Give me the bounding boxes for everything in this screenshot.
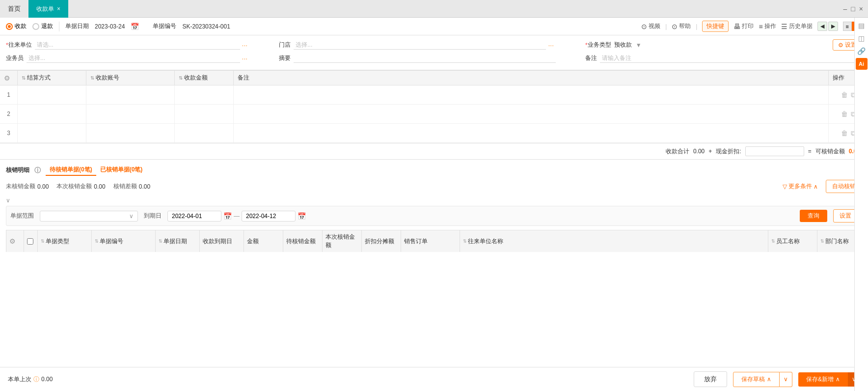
- more-conditions-label: 更多条件: [788, 182, 812, 191]
- tab-bar: 首页 收款单 × – □ ×: [0, 0, 868, 18]
- vth-doc-num: ⇅ 单据编号: [92, 230, 156, 252]
- sort-employee: ⇅: [771, 239, 775, 244]
- save-new-group: 保存&新增 ∧ ∨: [798, 372, 860, 387]
- operation-button[interactable]: ≡ 操作: [759, 22, 776, 30]
- pending-tab[interactable]: 待核销单据(0笔): [46, 165, 96, 176]
- help-button[interactable]: ⊙ 帮助: [672, 22, 691, 30]
- calendar-from-icon[interactable]: 📅: [223, 212, 232, 220]
- this-doc-label: 本单上次: [8, 375, 31, 384]
- sidebar-icon-ai[interactable]: Ai: [856, 58, 868, 70]
- row-2-settlement[interactable]: [18, 105, 86, 123]
- row-3-delete-icon[interactable]: 🗑: [841, 129, 848, 137]
- calendar-to-icon[interactable]: 📅: [298, 212, 306, 220]
- row-3-settlement[interactable]: [18, 124, 86, 142]
- row-2-note[interactable]: [234, 105, 829, 123]
- print-button[interactable]: 🖶 打印: [733, 22, 754, 30]
- radio-receipt-dot: [6, 23, 13, 30]
- row-1-delete-icon[interactable]: 🗑: [841, 91, 848, 99]
- radio-receipt-label: 收款: [15, 22, 27, 30]
- row-1-settlement[interactable]: [18, 85, 86, 104]
- salesperson-more-icon[interactable]: ···: [240, 55, 250, 62]
- unverified-label: 未核销金额: [6, 182, 35, 191]
- more-conditions-button[interactable]: ▽ 更多条件 ∧: [783, 182, 818, 191]
- row-3-note[interactable]: [234, 124, 829, 142]
- help-icon: ⊙: [672, 23, 678, 30]
- video-button[interactable]: ⊙ 视频: [641, 22, 660, 30]
- discount-input[interactable]: [745, 146, 804, 156]
- due-date-to-input[interactable]: [242, 211, 296, 222]
- save-new-button[interactable]: 保存&新增 ∧: [798, 372, 848, 387]
- history-button[interactable]: ☰ 历史单据: [781, 22, 813, 30]
- sort-doc-date: ⇅: [159, 239, 163, 244]
- summary-row: 收款合计 0.00 + 现金折扣: = 可核销金额 0.00: [0, 143, 868, 160]
- tab-close-icon[interactable]: ×: [57, 0, 60, 18]
- th-settlement: ⇅ 结算方式: [18, 71, 86, 85]
- tab-receipt[interactable]: 收款单 ×: [28, 0, 68, 18]
- right-sidebar: ▤ ◫ 🔗 Ai: [854, 18, 868, 391]
- bottom-info-icon[interactable]: ⓘ: [33, 375, 39, 384]
- date-value[interactable]: 2023-03-24: [95, 23, 125, 30]
- date-label: 单据日期: [65, 22, 89, 30]
- sidebar-icon-table[interactable]: ▤: [856, 20, 868, 31]
- due-date-from-input[interactable]: [167, 211, 221, 222]
- shop-more-icon[interactable]: ···: [546, 41, 556, 49]
- history-icon: ☰: [781, 23, 787, 30]
- save-draft-dropdown-button[interactable]: ∨: [780, 372, 792, 387]
- business-type-dropdown[interactable]: ▼: [634, 42, 644, 49]
- next-arrow[interactable]: ▶: [828, 22, 838, 31]
- vth-settings[interactable]: ⚙: [6, 230, 24, 252]
- table-header: ⚙ ⇅ 结算方式 ⇅ 收款账号 ⇅ 收款金额 备注 操作: [0, 70, 868, 85]
- save-draft-group: 保存草稿 ∧ ∨: [733, 372, 792, 387]
- vth-sales-order: 销售订单: [401, 230, 460, 252]
- shortcut-button[interactable]: 快捷键: [702, 21, 729, 32]
- row-3-num: 3: [0, 124, 18, 142]
- radio-refund[interactable]: 退款: [32, 22, 53, 30]
- save-draft-button[interactable]: 保存草稿 ∧: [733, 372, 780, 387]
- row-3-amount[interactable]: [175, 124, 234, 142]
- sidebar-icon-link[interactable]: 🔗: [856, 45, 868, 57]
- select-all-checkbox[interactable]: [27, 238, 33, 245]
- verify-settings-icon[interactable]: ⚙: [9, 237, 16, 245]
- table-body: 1 🗑 ⧉ 2 🗑 ⧉ 3: [0, 85, 868, 143]
- counterpart-input[interactable]: [35, 40, 240, 50]
- shop-input[interactable]: [294, 40, 546, 50]
- verify-info-icon[interactable]: ⓘ: [34, 166, 41, 175]
- maximize-button[interactable]: □: [851, 5, 855, 13]
- close-window-button[interactable]: ×: [859, 5, 863, 13]
- unverified-val: 0.00: [37, 183, 49, 190]
- table-settings-icon[interactable]: ⚙: [4, 74, 10, 82]
- prev-arrow[interactable]: ◀: [817, 22, 827, 31]
- radio-refund-dot: [32, 23, 39, 30]
- vth-checkbox[interactable]: [24, 230, 38, 252]
- note-input[interactable]: [600, 54, 862, 63]
- done-tab[interactable]: 已核销单据(0笔): [96, 165, 147, 176]
- row-3-account[interactable]: [86, 124, 175, 142]
- minimize-button[interactable]: –: [843, 5, 847, 13]
- counterpart-more-icon[interactable]: ···: [240, 41, 250, 49]
- row-2-delete-icon[interactable]: 🗑: [841, 110, 848, 118]
- row-1-amount[interactable]: [175, 85, 234, 104]
- list-view-button[interactable]: ≡: [843, 22, 852, 31]
- row-1-note[interactable]: [234, 85, 829, 104]
- vth-doc-type: ⇅ 单据类型: [38, 230, 92, 252]
- query-button[interactable]: 查询: [800, 210, 827, 222]
- salesperson-input[interactable]: [27, 54, 240, 63]
- doc-range-select[interactable]: ∨: [40, 211, 138, 222]
- th-note-label: 备注: [238, 74, 249, 82]
- th-account: ⇅ 收款账号: [86, 71, 175, 85]
- tab-home[interactable]: 首页: [0, 0, 28, 18]
- summary-input[interactable]: [294, 54, 556, 63]
- sidebar-icon-document[interactable]: ◫: [856, 32, 868, 44]
- abandon-button[interactable]: 放弃: [694, 371, 727, 387]
- row-1-account[interactable]: [86, 85, 175, 104]
- total-value: 0.00: [693, 148, 705, 155]
- row-2-amount[interactable]: [175, 105, 234, 123]
- vth-doc-date: ⇅ 单据日期: [156, 230, 200, 252]
- doc-type-radio-group: 收款 退款: [6, 22, 53, 30]
- row-2-account[interactable]: [86, 105, 175, 123]
- radio-receipt[interactable]: 收款: [6, 22, 27, 30]
- date-range-separator: —: [234, 213, 240, 220]
- th-settings[interactable]: ⚙: [0, 71, 18, 85]
- calendar-icon[interactable]: 📅: [131, 23, 139, 30]
- doc-range-chevron-icon: ∨: [129, 213, 134, 220]
